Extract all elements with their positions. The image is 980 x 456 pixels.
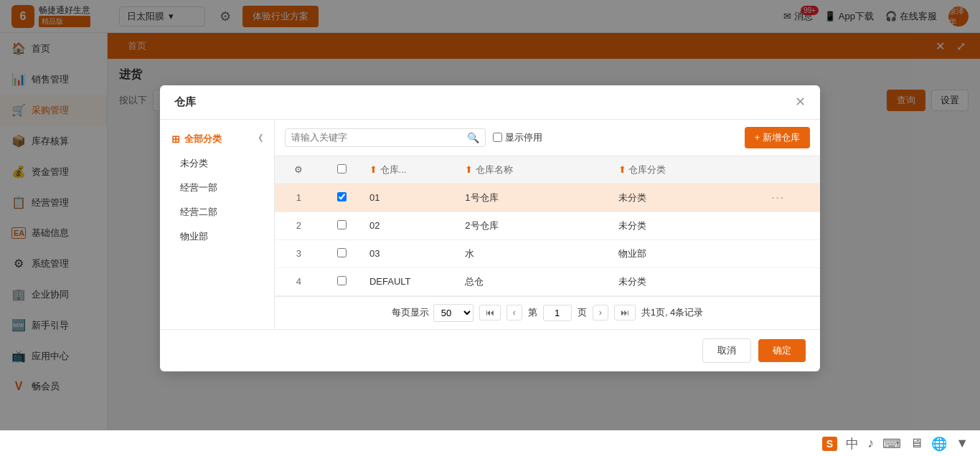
- taskbar-icon-sound[interactable]: ♪: [867, 436, 874, 451]
- row-action: [763, 267, 820, 295]
- pagination-bar: 每页显示 50 100 ⏮ ‹ 第 页 › ⏭ 共1页, 4条记录: [275, 296, 820, 329]
- col-header-action: [763, 156, 820, 184]
- bottom-taskbar: S 中 ♪ ⌨ 🖥 🌐 ▼: [0, 430, 980, 456]
- cancel-button[interactable]: 取消: [702, 338, 751, 363]
- col-header-code: ⬆ 仓库...: [361, 156, 456, 184]
- row-category: 物业部: [610, 239, 763, 267]
- warehouse-table: ⚙ ⬆ 仓库... ⬆: [275, 156, 820, 296]
- row-checkbox[interactable]: [337, 248, 347, 257]
- modal-title: 仓库: [174, 95, 196, 109]
- col-header-gear[interactable]: ⚙: [275, 156, 323, 184]
- table-row[interactable]: 1 01 1号仓库 未分类 ···: [275, 184, 820, 212]
- row-num: 4: [275, 267, 323, 295]
- row-name: 1号仓库: [456, 184, 609, 212]
- confirm-button[interactable]: 确定: [758, 339, 806, 362]
- page-next-btn[interactable]: ›: [593, 305, 608, 320]
- show-disabled-checkbox[interactable]: 显示停用: [493, 131, 542, 144]
- modal-overlay: 仓库 ✕ ⊞ 全部分类 《 未分类 经营一部 经营二部 物业部: [0, 0, 980, 456]
- row-code: 03: [361, 239, 456, 267]
- more-actions-btn[interactable]: ···: [771, 191, 785, 204]
- content-toolbar: 🔍 显示停用 + 新增仓库: [275, 120, 820, 156]
- content-panel: 🔍 显示停用 + 新增仓库 ⚙: [275, 120, 820, 329]
- tree-item-dept1[interactable]: 经营一部: [160, 176, 274, 200]
- table-row[interactable]: 3 03 水 物业部: [275, 239, 820, 267]
- tree-collapse-btn[interactable]: 《: [254, 133, 263, 145]
- modal-body: ⊞ 全部分类 《 未分类 经营一部 经营二部 物业部 🔍: [160, 120, 820, 329]
- bottom-logo: S: [822, 437, 837, 451]
- taskbar-icon-zh[interactable]: 中: [846, 435, 859, 452]
- tree-item-dept2[interactable]: 经营二部: [160, 200, 274, 224]
- taskbar-icon-collapse[interactable]: ▼: [956, 436, 969, 451]
- sort-icon-cat: ⬆: [618, 164, 626, 175]
- page-first-btn[interactable]: ⏮: [479, 305, 501, 320]
- table-row[interactable]: 4 DEFAULT 总仓 未分类: [275, 267, 820, 295]
- add-warehouse-button[interactable]: + 新增仓库: [745, 127, 810, 148]
- taskbar-icon-keyboard[interactable]: ⌨: [882, 436, 901, 452]
- page-number-input[interactable]: [543, 305, 572, 321]
- per-page-wrap: 每页显示 50 100: [392, 304, 473, 322]
- row-category: 未分类: [610, 212, 763, 239]
- tree-item-property[interactable]: 物业部: [160, 224, 274, 249]
- sort-icon-name: ⬆: [465, 164, 473, 175]
- modal-footer: 取消 确定: [160, 329, 820, 371]
- row-checkbox-cell[interactable]: [323, 184, 361, 212]
- warehouse-modal: 仓库 ✕ ⊞ 全部分类 《 未分类 经营一部 经营二部 物业部: [160, 85, 820, 371]
- row-code: 01: [361, 184, 456, 212]
- row-name: 2号仓库: [456, 212, 609, 239]
- row-action: ···: [763, 184, 820, 212]
- row-checkbox[interactable]: [337, 192, 347, 201]
- col-header-check[interactable]: [323, 156, 361, 184]
- page-prev-btn[interactable]: ‹: [507, 305, 522, 320]
- page-unit: 页: [578, 306, 587, 319]
- select-all-checkbox[interactable]: [337, 164, 347, 174]
- tree-panel: ⊞ 全部分类 《 未分类 经营一部 经营二部 物业部: [160, 120, 275, 329]
- per-page-label: 每页显示: [392, 306, 429, 319]
- total-info: 共1页, 4条记录: [641, 306, 704, 319]
- sort-icon: ⬆: [369, 164, 377, 175]
- modal-header: 仓库 ✕: [160, 85, 820, 120]
- taskbar-icon-display[interactable]: 🖥: [910, 436, 923, 451]
- page-last-btn[interactable]: ⏭: [614, 305, 636, 320]
- per-page-select[interactable]: 50 100: [433, 304, 473, 322]
- row-num: 1: [275, 184, 323, 212]
- tree-all-category[interactable]: ⊞ 全部分类 《: [160, 127, 274, 151]
- row-checkbox-cell[interactable]: [323, 212, 361, 239]
- disabled-checkbox[interactable]: [493, 133, 502, 142]
- settings-icon: ⚙: [294, 164, 303, 175]
- row-num: 2: [275, 212, 323, 239]
- search-icon: 🔍: [467, 132, 479, 143]
- table-row[interactable]: 2 02 2号仓库 未分类: [275, 212, 820, 239]
- row-category: 未分类: [610, 267, 763, 295]
- col-header-name: ⬆ 仓库名称: [456, 156, 609, 184]
- grid-icon: ⊞: [171, 133, 180, 145]
- row-code: 02: [361, 212, 456, 239]
- search-wrap: 🔍: [285, 128, 486, 147]
- row-name: 水: [456, 239, 609, 267]
- row-checkbox-cell[interactable]: [323, 239, 361, 267]
- page-label: 第: [528, 306, 537, 319]
- col-header-category: ⬆ 仓库分类: [610, 156, 763, 184]
- row-name: 总仓: [456, 267, 609, 295]
- row-category: 未分类: [610, 184, 763, 212]
- tree-item-unclassified[interactable]: 未分类: [160, 151, 274, 176]
- row-num: 3: [275, 239, 323, 267]
- row-checkbox-cell[interactable]: [323, 267, 361, 295]
- modal-close-button[interactable]: ✕: [795, 95, 806, 108]
- row-checkbox[interactable]: [337, 220, 347, 229]
- row-checkbox[interactable]: [337, 276, 347, 285]
- row-action: [763, 212, 820, 239]
- search-input[interactable]: [291, 132, 463, 143]
- taskbar-icon-network[interactable]: 🌐: [931, 436, 947, 452]
- row-action: [763, 239, 820, 267]
- row-code: DEFAULT: [361, 267, 456, 295]
